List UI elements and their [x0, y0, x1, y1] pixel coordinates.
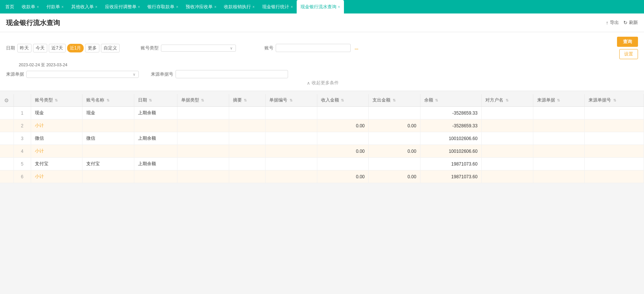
row-doc-no [266, 119, 317, 132]
account-filter: 账号 ... [264, 44, 358, 52]
nav-tab-receipt-label: 收款单 [22, 4, 35, 10]
account-type-select[interactable]: ∨ [161, 45, 236, 52]
row-summary [229, 170, 265, 183]
date-btn-7days[interactable]: 近7天 [49, 44, 66, 52]
export-icon: ↑ [606, 20, 609, 25]
th-expense[interactable]: 支出金额 ⇅ [369, 94, 420, 107]
th-gear: ⚙ [0, 94, 14, 107]
nav-tab-receipt[interactable]: 收款单 × [18, 0, 43, 13]
row-doc-type [177, 107, 229, 119]
nav-tab-cash-flow[interactable]: 现金银行流水查询 × [297, 0, 344, 13]
date-btn-custom[interactable]: 自定义 [101, 44, 120, 52]
nav-tab-payment-close[interactable]: × [62, 5, 64, 9]
row-counterpart [482, 170, 533, 183]
row-doc-no [266, 107, 317, 119]
nav-tab-writeoff-close[interactable]: × [252, 5, 255, 9]
row-source-doc [533, 119, 585, 132]
row-doc-type [177, 145, 229, 158]
th-source-doc-no[interactable]: 来源单据号 ⇅ [585, 94, 644, 107]
nav-tab-bank-deposit-close[interactable]: × [176, 5, 178, 9]
nav-tab-other-income-close[interactable]: × [95, 5, 98, 9]
nav-tab-home[interactable]: 首页 [2, 0, 18, 13]
query-button[interactable]: 查询 [617, 37, 638, 47]
row-date [134, 145, 177, 158]
nav-tab-pre-receipt[interactable]: 预收冲应收单 × [182, 0, 220, 13]
collapse-icon: ∧ [307, 81, 310, 86]
sort-balance-icon: ⇅ [435, 98, 438, 102]
th-income[interactable]: 收入金额 ⇅ [317, 94, 369, 107]
row-counterpart [482, 158, 533, 170]
th-account-type[interactable]: 账号类型 ⇅ [31, 94, 83, 107]
source-doc-no-filter: 来源单据号 [151, 70, 288, 78]
row-counterpart [482, 132, 533, 145]
date-btn-today[interactable]: 今天 [33, 44, 47, 52]
account-dots[interactable]: ... [354, 45, 358, 51]
refresh-button[interactable]: ↻ 刷新 [623, 19, 638, 26]
account-input[interactable] [276, 44, 351, 52]
th-doc-type[interactable]: 单据类型 ⇅ [177, 94, 229, 107]
th-date[interactable]: 日期 ⇅ [134, 94, 177, 107]
nav-tab-bank-deposit[interactable]: 银行存取款单 × [144, 0, 182, 13]
row-doc-no [266, 170, 317, 183]
nav-tab-cash-flow-close[interactable]: × [338, 5, 340, 9]
row-source-doc-no [585, 132, 644, 145]
nav-tab-payment[interactable]: 付款单 × [43, 0, 68, 13]
row-balance: -3528659.33 [420, 119, 481, 132]
sort-income-icon: ⇅ [341, 98, 344, 102]
th-doc-no[interactable]: 单据编号 ⇅ [266, 94, 317, 107]
row-balance: 100102606.60 [420, 145, 481, 158]
source-doc-arrow: ∨ [133, 72, 135, 76]
row-counterpart [482, 107, 533, 119]
row-summary [229, 132, 265, 145]
th-account-name[interactable]: 账号名称 ⇅ [83, 94, 134, 107]
date-label: 日期 [6, 45, 15, 51]
date-btn-1month[interactable]: 近1月 [67, 44, 84, 52]
th-balance[interactable]: 余额 ⇅ [420, 94, 481, 107]
filter-area: 日期 昨天 今天 近7天 近1月 更多 自定义 账号类型 ∨ 账号 ... [0, 32, 644, 91]
row-source-doc [533, 107, 585, 119]
date-btn-yesterday[interactable]: 昨天 [17, 44, 32, 52]
nav-tab-cash-stat[interactable]: 现金银行统计 × [258, 0, 297, 13]
source-doc-no-input[interactable] [176, 70, 288, 78]
row-num: 5 [14, 158, 31, 170]
row-summary [229, 158, 265, 170]
row-doc-no [266, 132, 317, 145]
row-balance: 100102606.60 [420, 132, 481, 145]
source-doc-select[interactable]: ∨ [26, 71, 139, 78]
nav-tab-home-label: 首页 [5, 4, 14, 10]
row-income: 0.00 [317, 145, 369, 158]
nav-tab-cash-stat-close[interactable]: × [291, 5, 293, 9]
nav-tab-writeoff[interactable]: 收款核销执行 × [220, 0, 258, 13]
sort-doc-no-icon: ⇅ [290, 98, 293, 102]
settings-button[interactable]: 设置 [619, 49, 638, 59]
source-doc-filter: 来源单据 ∨ [6, 71, 139, 78]
row-account-type: 小计 [31, 119, 83, 132]
row-gear [0, 158, 14, 170]
nav-tab-ar-ap-adjust[interactable]: 应收应付调整单 × [101, 0, 144, 13]
row-source-doc [533, 170, 585, 183]
th-summary[interactable]: 摘要 ⇅ [229, 94, 265, 107]
row-expense: 0.00 [369, 119, 420, 132]
table-gear-icon[interactable]: ⚙ [4, 97, 9, 103]
row-expense: 0.00 [369, 170, 420, 183]
sort-account-name-icon: ⇅ [107, 98, 110, 102]
th-counterpart[interactable]: 对方户名 ⇅ [482, 94, 533, 107]
row-balance: 19871073.60 [420, 170, 481, 183]
page-header: 现金银行流水查询 ↑ 导出 ↻ 刷新 [0, 13, 644, 32]
nav-tab-receipt-close[interactable]: × [37, 5, 39, 9]
export-button[interactable]: ↑ 导出 [606, 19, 619, 26]
nav-tab-ar-ap-adjust-close[interactable]: × [138, 5, 140, 9]
date-btn-more[interactable]: 更多 [85, 44, 99, 52]
row-source-doc-no [585, 158, 644, 170]
row-date: 上期余额 [134, 107, 177, 119]
row-account-name: 微信 [83, 132, 134, 145]
data-table: ⚙ 账号类型 ⇅ 账号名称 ⇅ 日期 ⇅ 单据类型 ⇅ [0, 94, 644, 183]
nav-tab-pre-receipt-close[interactable]: × [214, 5, 216, 9]
row-gear [0, 170, 14, 183]
th-source-doc[interactable]: 来源单据 ⇅ [533, 94, 585, 107]
collapse-bar[interactable]: ∧ 收起更多条件 [6, 80, 638, 86]
row-doc-no [266, 145, 317, 158]
refresh-label: 刷新 [629, 19, 638, 26]
nav-tab-other-income[interactable]: 其他收入单 × [68, 0, 101, 13]
row-balance: 19871073.60 [420, 158, 481, 170]
